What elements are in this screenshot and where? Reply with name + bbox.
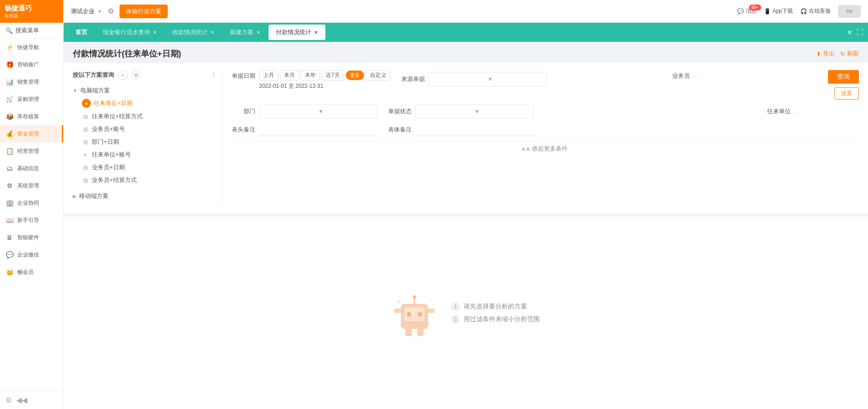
sidebar-item-system[interactable]: ⚙ 系统管理 [0,177,63,194]
sidebar-item-basic-info[interactable]: 🗂 基础信息 [0,160,63,177]
scheme-item-unit-settle[interactable]: ⊞ 往来单位+结算方式 [73,110,215,123]
active-scheme-icon: ● [82,99,91,108]
date-btn-this-year[interactable]: 本年 [301,70,320,81]
sidebar-item-quick-nav[interactable]: ⚡ 快捷导航 [0,39,63,56]
sidebar-item-label: 基础信息 [17,165,39,172]
source-arrow-icon: ▼ [488,76,542,82]
sidebar-item-label: 畅会员 [17,268,34,276]
refresh-btn[interactable]: ↻ 刷新 [840,50,859,58]
tab-home[interactable]: 首页 [68,25,95,40]
settings-btn[interactable]: 设置 [834,87,859,100]
inventory-icon: 📦 [5,112,14,121]
header-memo-input[interactable] [259,123,377,136]
date-btn-this-month[interactable]: 本月 [280,70,299,81]
date-btn-custom[interactable]: 自定义 [366,70,390,81]
sidebar-item-label: 销售管理 [17,78,39,86]
sidebar-item-label: 企业协同 [17,199,39,207]
service-btn[interactable]: 🎧 在线客服 [800,7,831,15]
bottom-settings-icon[interactable]: ⚙ [5,396,12,404]
collapse-sidebar-icon[interactable]: ◀◀ [16,396,27,404]
staff-select-dots[interactable]: ··· [693,72,703,80]
refresh-icon: ↻ [840,50,845,57]
export-btn[interactable]: ⬆ 导出 [816,50,835,58]
sidebar-item-operations[interactable]: 📋 经营管理 [0,142,63,160]
scheme-add-btn[interactable]: + [118,70,128,80]
content-body: 付款情况统计(往来单位+日期) ⬆ 导出 ↻ 刷新 按以下方案查询 + ⚙ [64,42,868,409]
message-btn[interactable]: 💬 消息 99+ [737,7,757,15]
sidebar-item-inventory[interactable]: 📦 库存核算 [0,108,63,125]
sidebar-item-capital[interactable]: 💰 资金管理 [0,125,63,142]
hint-1-text: 请先选择要分析的方案 [464,303,527,311]
source-label: 来源单据 [399,75,425,83]
doc-status-arrow-icon: ▼ [474,108,529,115]
tab-receipt-stat[interactable]: 收款情况统计 ✕ [165,25,222,40]
search-menu-item[interactable]: 🔍 搜索菜单 [0,23,63,39]
scheme-collapse-btn[interactable]: 《 [209,71,215,79]
empty-hint-1: 1 请先选择要分析的方案 [451,302,540,311]
grid-icon: ⊞ [82,126,89,133]
sidebar-bottom: ⚙ ◀◀ [0,391,63,409]
tab-receipt-stat-close[interactable]: ✕ [210,30,215,35]
tab-new-scheme[interactable]: 新建方案 ✕ [223,25,268,40]
grid-icon: ⊞ [82,177,89,184]
body-memo-input[interactable] [415,123,534,136]
scheme-item-staff-account[interactable]: ⊞ 业务员+账号 [73,123,215,136]
scheme-desktop-group-header[interactable]: ▼ 电脑端方案 [73,85,215,96]
sidebar: 畅捷通巧 标准版 🔍 搜索菜单 ⚡ 快捷导航 🎁 营销推广 📊 销售管理 🛒 采… [0,0,64,409]
service-label: 在线客服 [809,7,831,15]
app-download-btn[interactable]: 📱 App下载 [764,7,793,15]
tab-payment-stat[interactable]: 付款情况统计 ✕ [269,25,325,40]
date-range-display: 2022-01-01 至 2022-12-31 [259,82,390,90]
sidebar-item-hardware[interactable]: 🖥 智能硬件 [0,229,63,246]
tab-bank-flow-close[interactable]: ✕ [153,30,157,35]
basic-info-icon: 🗂 [5,164,14,172]
page-title: 付款情况统计(往来单位+日期) [73,48,181,59]
dept-select[interactable]: ▼ [259,104,377,119]
related-unit-dots[interactable]: ··· [794,108,804,116]
user-avatar[interactable]: Rit [838,5,861,18]
maximize-btn[interactable]: ⛶ [856,28,863,36]
tab-new-scheme-close[interactable]: ✕ [256,30,260,35]
topbar-settings-icon[interactable]: ⚙ [108,7,114,15]
date-btn-7days[interactable]: 近7天 [322,70,344,81]
date-btn-last-month[interactable]: 上月 [259,70,278,81]
scheme-mobile-group-header[interactable]: ▶ 移动端方案 [73,190,215,202]
tab-bank-flow[interactable]: 现金银行流水查询 ✕ [95,25,164,40]
weixin-icon: 💬 [5,251,14,259]
scheme-mobile-label: 移动端方案 [79,192,109,200]
filter-row-2: 部门 ▼ 单据状态 ▼ 往来单位 [230,104,859,119]
sidebar-item-sales[interactable]: 📊 销售管理 [0,73,63,91]
close-all-tabs-btn[interactable]: ✕ [847,28,853,37]
date-btn-more[interactable]: 更多 [346,71,364,80]
sidebar-logo: 畅捷通巧 标准版 [5,4,32,19]
bar-chart-icon: ≡ [82,151,89,158]
hardware-icon: 🖥 [5,233,14,242]
scheme-item-label: 往来单位+日期 [94,99,133,107]
body-memo-label: 表体备注 [386,126,412,134]
query-btn[interactable]: 查询 [828,70,859,84]
filter-row-1: 单据日期 上月 本月 本年 近7天 更多 自定义 2022-01-01 至 20… [230,70,859,100]
sidebar-item-enterprise[interactable]: 🏢 企业协同 [0,194,63,212]
sidebar-item-marketing[interactable]: 🎁 营销推广 [0,56,63,73]
sidebar-item-weixin[interactable]: 💬 企业微信 [0,246,63,263]
trial-btn[interactable]: 体验行业方案 [120,5,168,18]
sidebar-item-purchase[interactable]: 🛒 采购管理 [0,91,63,108]
scheme-item-unit-account[interactable]: ≡ 往来单位+账号 [73,148,215,161]
tab-receipt-stat-label: 收款情况统计 [172,28,208,36]
sidebar-item-member[interactable]: 👑 畅会员 [0,263,63,281]
tab-payment-stat-close[interactable]: ✕ [314,30,318,35]
scheme-header-text: 按以下方案查询 [73,71,114,79]
sidebar-item-guide[interactable]: 📖 新手引导 [0,212,63,229]
scheme-item-staff-date[interactable]: ⊞ 业务员+日期 [73,161,215,174]
query-action-area: 查询 设置 [821,70,859,100]
scheme-item-unit-date[interactable]: ● 往来单位+日期 [73,96,215,110]
company-selector[interactable]: 测试企业 ▼ [71,7,102,15]
doc-status-select[interactable]: ▼ [415,104,534,119]
scheme-settings-btn[interactable]: ⚙ [131,70,141,80]
main-area: 测试企业 ▼ ⚙ 体验行业方案 💬 消息 99+ 📱 App下载 🎧 在线客服 … [64,0,868,409]
scheme-item-staff-settle[interactable]: ⊞ 业务员+结算方式 [73,174,215,187]
collapse-conditions-btn[interactable]: ∧∧ 收起更多条件 [230,141,859,157]
source-select[interactable]: ▼ [429,72,547,86]
scheme-item-dept-date[interactable]: ⊞ 部门+日期 [73,136,215,148]
svg-point-5 [413,295,416,299]
